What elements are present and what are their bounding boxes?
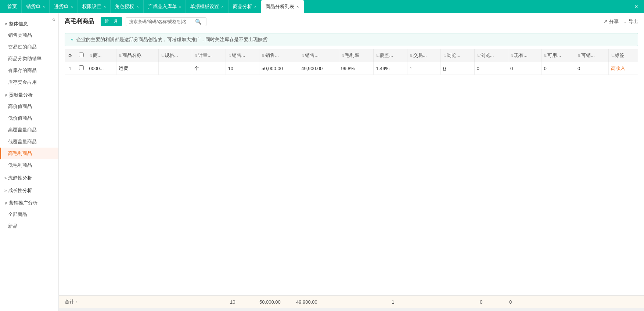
row-sales-amount: 50,000.00 (259, 62, 299, 75)
nav-tab-进货单[interactable]: 进货单× (50, 0, 78, 13)
sidebar-item-交易过的商品[interactable]: 交易过的商品 (0, 41, 58, 53)
col-label: 交易... (413, 53, 427, 58)
nav-tab-权限设置[interactable]: 权限设置× (78, 0, 111, 13)
share-button[interactable]: ↗ 分享 (604, 18, 619, 25)
sort-icon: ⇅ (477, 54, 480, 58)
col-header-sales_cost[interactable]: ⇅销售... (299, 49, 339, 62)
sidebar-section-title[interactable]: >流趋性分析 (0, 171, 58, 184)
sort-icon: ⇅ (89, 54, 92, 58)
col-header-trade[interactable]: ⇅交易... (407, 49, 440, 62)
col-header-name[interactable]: ⇅商品名称 (116, 49, 159, 62)
select-all-checkbox[interactable] (79, 53, 84, 57)
nav-tab-销货单[interactable]: 销货单× (22, 0, 50, 13)
col-header-spec[interactable]: ⇅规格... (158, 49, 192, 62)
row-checkbox[interactable] (76, 62, 87, 75)
nav-tab-close-icon[interactable]: × (43, 4, 45, 9)
browse-link[interactable]: 0 (443, 66, 446, 71)
section-label: 整体信息 (9, 21, 28, 27)
sort-icon: ⇅ (301, 54, 304, 58)
col-header-settings[interactable]: ⚙ (65, 49, 76, 62)
col-label: 覆盖... (379, 53, 393, 58)
nav-tab-close-icon[interactable]: × (296, 4, 299, 9)
col-header-code[interactable]: ⇅商... (87, 49, 116, 62)
nav-tab-产成品入库单[interactable]: 产成品入库单× (144, 0, 186, 13)
search-icon[interactable]: 🔍 (195, 19, 201, 25)
row-available: 0 (542, 62, 575, 75)
nav-tab-首页[interactable]: 首页 (3, 0, 22, 13)
info-banner-text: 企业的主要的利润都是这部分商品创造的，可考虑加大推广，同时关注库存是不要出现缺货 (76, 36, 267, 43)
time-filter-recent-month[interactable]: 近一月 (101, 17, 122, 26)
sidebar-collapse-button[interactable]: « (52, 16, 55, 23)
col-header-sales_amount[interactable]: ⇅销售... (259, 49, 299, 62)
section-label: 营销推广分析 (9, 200, 37, 206)
main-layout: « ∨整体信息销售类商品交易过的商品商品分类助销率有库存的商品库存资金占用∨贡献… (0, 13, 644, 311)
footer-sales-qty: 10 (230, 299, 259, 305)
sidebar-item-新品[interactable]: 新品 (0, 220, 58, 232)
table-row: 10000...运费个1050,000.0049,900.0099.8%1.49… (65, 62, 638, 75)
col-label: 标签 (615, 53, 624, 58)
col-header-gross_margin[interactable]: ⇅毛利率 (339, 49, 374, 62)
col-label: 现有... (514, 53, 528, 58)
row-browse1[interactable]: 0 (441, 62, 474, 75)
header-actions: ↗ 分享 ⤓ 导出 (604, 18, 638, 25)
col-header-coverage[interactable]: ⇅覆盖... (374, 49, 407, 62)
row-trade: 1 (407, 62, 440, 75)
sort-icon: ⇅ (194, 54, 197, 58)
row-select-checkbox[interactable] (79, 65, 84, 70)
nav-tab-close-icon[interactable]: × (179, 4, 181, 9)
close-all-tabs-button[interactable]: × (631, 3, 641, 11)
nav-tab-close-icon[interactable]: × (221, 4, 223, 9)
col-header-checkbox[interactable] (76, 49, 87, 62)
sidebar-item-低覆盖量商品[interactable]: 低覆盖量商品 (0, 136, 58, 148)
sidebar-item-低价值商品[interactable]: 低价值商品 (0, 112, 58, 124)
sidebar-item-有库存的商品[interactable]: 有库存的商品 (0, 65, 58, 76)
nav-tab-close-icon[interactable]: × (71, 4, 73, 9)
export-button[interactable]: ⤓ 导出 (623, 18, 638, 25)
col-header-saleable[interactable]: ⇅可销... (575, 49, 608, 62)
sidebar-item-销售类商品[interactable]: 销售类商品 (0, 29, 58, 41)
settings-icon[interactable]: ⚙ (68, 53, 72, 58)
col-label: 商品名称 (122, 53, 141, 58)
row-sales-qty: 10 (226, 62, 259, 75)
nav-tab-角色授权[interactable]: 角色授权× (111, 0, 143, 13)
col-header-browse1[interactable]: ⇅浏览... (441, 49, 474, 62)
row-unit: 个 (192, 62, 226, 75)
sort-icon: ⇅ (228, 54, 231, 58)
sidebar-section-title[interactable]: ∨贡献量分析 (0, 88, 58, 101)
nav-tab-close-icon[interactable]: × (254, 4, 256, 9)
footer-label: 合计： (65, 299, 83, 305)
sidebar-item-商品分类助销率[interactable]: 商品分类助销率 (0, 53, 58, 65)
sidebar-item-低毛利商品[interactable]: 低毛利商品 (0, 159, 58, 171)
col-header-current_stock[interactable]: ⇅现有... (508, 49, 542, 62)
bottom-scrollbar[interactable] (59, 308, 644, 311)
row-spec (158, 62, 192, 75)
nav-tab-close-icon[interactable]: × (136, 4, 138, 9)
sort-icon: ⇅ (341, 54, 344, 58)
sidebar-section-title[interactable]: ∨整体信息 (0, 17, 58, 29)
col-label: 可用... (547, 53, 561, 58)
info-icon: ⚬ (70, 37, 74, 43)
sidebar-item-高价值商品[interactable]: 高价值商品 (0, 101, 58, 112)
search-input[interactable] (129, 19, 195, 24)
col-header-browse2[interactable]: ⇅浏览... (474, 49, 508, 62)
sidebar-item-库存资金占用[interactable]: 库存资金占用 (0, 76, 58, 88)
sidebar-item-高覆盖量商品[interactable]: 高覆盖量商品 (0, 124, 58, 136)
content-area: 高毛利商品 近一月 🔍 ↗ 分享 ⤓ 导出 ⚬ 企业的主要的利润都是这部分商品创… (59, 13, 644, 311)
col-header-unit[interactable]: ⇅计量... (192, 49, 226, 62)
col-header-tag[interactable]: ⇅标签 (609, 49, 638, 62)
sidebar-item-高毛利商品[interactable]: 高毛利商品 (0, 148, 58, 159)
nav-tab-商品分析列表[interactable]: 商品分析列表× (261, 0, 303, 13)
col-header-sales_qty[interactable]: ⇅销售... (226, 49, 259, 62)
sidebar-item-全部商品[interactable]: 全部商品 (0, 209, 58, 220)
nav-tab-单据模板设置[interactable]: 单据模板设置× (186, 0, 228, 13)
sidebar-section-title[interactable]: >成长性分析 (0, 184, 58, 196)
sidebar-section-title[interactable]: ∨营销推广分析 (0, 196, 58, 209)
col-header-available[interactable]: ⇅可用... (542, 49, 575, 62)
nav-tab-close-icon[interactable]: × (104, 4, 106, 9)
search-box: 🔍 (126, 17, 206, 26)
sort-icon: ⇅ (262, 54, 265, 58)
data-table: ⚙⇅商...⇅商品名称⇅规格...⇅计量...⇅销售...⇅销售...⇅销售..… (65, 49, 638, 75)
nav-tab-商品分析[interactable]: 商品分析× (229, 0, 261, 13)
col-label: 规格... (165, 53, 178, 58)
col-label: 销售... (232, 53, 245, 58)
